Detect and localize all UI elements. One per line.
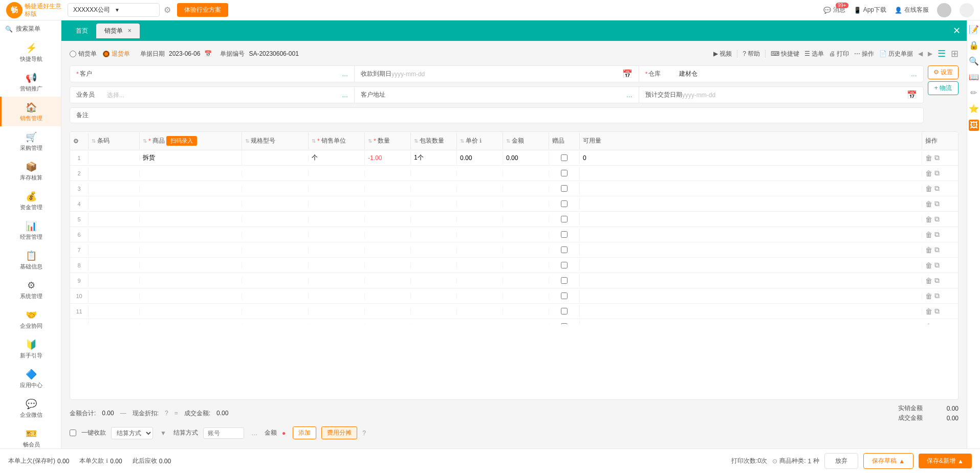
td-amount[interactable] (503, 186, 549, 192)
sort-price-icon[interactable]: ⇅ (460, 138, 464, 144)
td-barcode[interactable] (89, 216, 140, 222)
td-barcode[interactable] (89, 186, 140, 192)
td-product[interactable] (140, 201, 242, 207)
question-icon[interactable]: ? (362, 430, 366, 437)
toolbar-shortcut-btn[interactable]: ⌨ 快捷键 (771, 50, 799, 58)
one-click-payment-checkbox[interactable] (70, 430, 76, 436)
payment-date-input[interactable] (391, 71, 620, 78)
td-unit[interactable] (309, 278, 365, 284)
delete-icon[interactable]: 🗑 (925, 246, 932, 254)
notification-item[interactable]: 💬 消息 99+ (823, 6, 845, 14)
customer-input[interactable] (111, 71, 340, 78)
sidebar-item-basic[interactable]: 📋 基础信息 (0, 245, 61, 275)
td-spec[interactable] (242, 324, 309, 325)
settings-button[interactable]: ⚙ 设置 (928, 65, 959, 79)
gift-checkbox[interactable] (561, 231, 568, 238)
td-gift[interactable] (549, 274, 580, 287)
td-product[interactable] (140, 186, 242, 192)
td-unit[interactable] (309, 216, 365, 222)
td-amount[interactable] (503, 170, 549, 176)
sort-qty-icon[interactable]: ⇅ (368, 138, 372, 144)
copy-icon[interactable]: ⧉ (934, 184, 940, 193)
td-amount[interactable] (503, 293, 549, 299)
td-barcode[interactable] (89, 324, 140, 325)
delete-icon[interactable]: 🗑 (925, 261, 932, 269)
customer-address-input[interactable] (391, 92, 624, 99)
delete-icon[interactable]: 🗑 (925, 215, 932, 223)
toolbar-video-btn[interactable]: ▶ 视频 (713, 50, 732, 58)
gift-checkbox[interactable] (561, 216, 568, 222)
td-pkg-1[interactable]: 1个 (411, 150, 457, 165)
nav-prev-icon[interactable]: ◀ (918, 50, 923, 57)
td-barcode[interactable] (89, 247, 140, 253)
td-product[interactable] (140, 247, 242, 253)
toolbar-help-btn[interactable]: ? 帮助 (743, 50, 760, 58)
td-price[interactable] (457, 216, 503, 222)
td-pkg[interactable] (411, 201, 457, 207)
td-unit[interactable] (309, 293, 365, 299)
td-unit[interactable] (309, 308, 365, 314)
add-payment-button[interactable]: 添加 (293, 426, 316, 439)
td-price[interactable] (457, 170, 503, 176)
td-price[interactable] (457, 262, 503, 268)
user-avatar[interactable] (937, 3, 951, 17)
td-barcode[interactable] (89, 262, 140, 268)
td-gift[interactable] (549, 197, 580, 210)
delete-icon[interactable]: 🗑 (925, 231, 932, 239)
copy-icon[interactable]: ⧉ (934, 199, 940, 208)
gift-checkbox[interactable] (561, 262, 568, 268)
price-info-icon[interactable]: ℹ (480, 138, 482, 144)
td-pkg[interactable] (411, 293, 457, 299)
td-gift[interactable] (549, 305, 580, 318)
sidebar-item-weixin[interactable]: 💬 企业微信 (0, 393, 61, 423)
td-amount[interactable] (503, 308, 549, 314)
copy-icon-1[interactable]: ⧉ (934, 153, 940, 162)
td-gift[interactable] (549, 213, 580, 226)
sidebar-item-quick-nav[interactable]: ⚡ 快捷导航 (0, 37, 61, 67)
td-pkg[interactable] (411, 232, 457, 238)
td-product[interactable] (140, 278, 242, 284)
delete-icon[interactable]: 🗑 (925, 185, 932, 193)
td-unit[interactable] (309, 247, 365, 253)
td-gift[interactable] (549, 167, 580, 179)
td-qty-1[interactable]: -1.00 (365, 151, 411, 165)
sidebar-item-sales[interactable]: 🏠 销售管理 (0, 97, 61, 126)
td-qty[interactable] (365, 308, 411, 314)
gift-checkbox[interactable] (561, 246, 568, 253)
td-amount[interactable] (503, 201, 549, 207)
radio-return[interactable]: 退货单 (103, 50, 130, 58)
td-spec[interactable] (242, 186, 309, 192)
nav-next-icon[interactable]: ▶ (928, 50, 932, 57)
account-dots-icon[interactable]: … (251, 430, 257, 437)
td-price[interactable] (457, 308, 503, 314)
tab-home[interactable]: 首页 (68, 24, 96, 38)
td-gift[interactable] (549, 289, 580, 302)
gift-checkbox[interactable] (561, 185, 568, 192)
td-pkg[interactable] (411, 170, 457, 176)
td-price[interactable] (457, 201, 503, 207)
td-barcode[interactable] (89, 170, 140, 176)
td-spec[interactable] (242, 232, 309, 238)
td-amount[interactable] (503, 216, 549, 222)
company-selector[interactable]: XXXXXX公司 ▼ (68, 3, 160, 17)
td-price[interactable] (457, 247, 503, 253)
warehouse-more-icon[interactable]: … (911, 71, 917, 78)
copy-icon[interactable]: ⧉ (934, 245, 940, 254)
logistics-button[interactable]: + 物流 (928, 81, 959, 95)
td-product[interactable] (140, 293, 242, 299)
copy-icon[interactable]: ⧉ (934, 322, 940, 324)
td-spec[interactable] (242, 201, 309, 207)
td-qty[interactable] (365, 293, 411, 299)
sidebar-item-purchase[interactable]: 🛒 采购管理 (0, 126, 61, 156)
payment-method-select[interactable]: 结算方式 (111, 427, 153, 439)
td-product-1[interactable]: 拆货 (140, 150, 242, 165)
td-barcode-1[interactable] (89, 155, 140, 161)
delete-icon-1[interactable]: 🗑 (925, 154, 932, 162)
sidebar-search[interactable]: 🔍 搜索菜单 (0, 20, 61, 37)
sort-product-icon[interactable]: ⇅ (143, 138, 147, 144)
td-gift[interactable] (549, 259, 580, 272)
sort-pkg-icon[interactable]: ⇅ (414, 138, 418, 144)
td-product[interactable] (140, 324, 242, 325)
online-service-item[interactable]: 👤 在线客服 (895, 6, 929, 14)
rp-edit-icon[interactable]: 📝 (969, 25, 979, 34)
